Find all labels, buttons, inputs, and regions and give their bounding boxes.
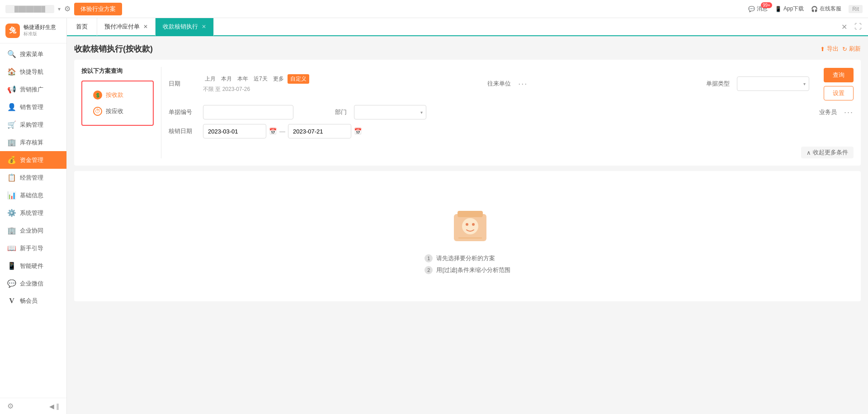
message-badge: 99+: [761, 2, 772, 8]
settings-icon[interactable]: ⚙: [64, 5, 71, 13]
tab-prepay-close[interactable]: ✕: [143, 24, 148, 30]
sidebar-item-member[interactable]: V 畅会员: [0, 292, 66, 309]
bill-type-label: 单据类型: [706, 80, 730, 88]
tab-receipt-label: 收款核销执行: [163, 23, 198, 31]
query-btn[interactable]: 查询: [824, 68, 854, 82]
sidebar-item-search-menu[interactable]: 🔍 搜索菜单: [0, 45, 66, 63]
online-service-btn[interactable]: 🎧 在线客服: [811, 5, 841, 13]
logo-text: 畅捷通好生意: [24, 24, 56, 31]
svg-rect-1: [458, 211, 483, 217]
shortcut-more[interactable]: 更多: [271, 74, 286, 84]
tab-receipt-close[interactable]: ✕: [202, 24, 206, 30]
device-icon: 📱: [7, 262, 16, 270]
sidebar-item-sales[interactable]: 👤 销售管理: [0, 98, 66, 116]
shortcut-last-month[interactable]: 上月: [203, 74, 217, 84]
online-service-label: 在线客服: [820, 5, 841, 13]
sidebar-item-label: 畅会员: [20, 297, 38, 305]
warehouse-icon: 🏢: [7, 138, 16, 147]
staff-label: 业务员: [819, 108, 837, 116]
shortcut-this-month[interactable]: 本月: [219, 74, 234, 84]
writeoff-start-input[interactable]: [203, 124, 266, 138]
hint-num-2: 2: [425, 266, 433, 274]
tab-expand-btn[interactable]: ⛶: [852, 22, 864, 32]
writeoff-date-label: 核销日期: [169, 127, 196, 135]
svg-point-3: [466, 223, 468, 226]
filter-left: 按以下方案查询 💲 按收款 ⏱ 按应收: [81, 67, 154, 158]
shortcut-this-year[interactable]: 本年: [236, 74, 250, 84]
bottom-settings-icon[interactable]: ⚙: [7, 402, 14, 410]
filter-option-by-receivable[interactable]: ⏱ 按应收: [88, 103, 147, 119]
date-separator: —: [279, 128, 285, 135]
collapse-more-btn[interactable]: ∧ 收起更多条件: [801, 147, 854, 158]
sidebar-item-label: 系统管理: [20, 209, 43, 217]
sidebar-item-inventory[interactable]: 🏢 库存核算: [0, 133, 66, 151]
gear-icon: ⚙️: [7, 209, 16, 217]
writeoff-end-input[interactable]: [288, 124, 351, 138]
writeoff-end-calendar-icon[interactable]: 📅: [354, 128, 362, 135]
partner-label: 往来单位: [487, 80, 511, 88]
brand-placeholder: ████████: [5, 5, 54, 13]
bill-no-input[interactable]: [203, 105, 293, 119]
sidebar-item-smart-hw[interactable]: 📱 智能硬件: [0, 257, 66, 275]
app-download-btn[interactable]: 📱 App下载: [775, 5, 804, 13]
tab-close-all-btn[interactable]: ✕: [839, 22, 850, 32]
dept-select-wrap: ▾: [354, 105, 426, 119]
user-avatar[interactable]: Rit: [849, 5, 863, 13]
tab-receipt[interactable]: 收款核销执行 ✕: [156, 18, 214, 36]
sidebar-nav: 🔍 搜索菜单 🏠 快捷导航 📢 营销推广 👤 销售管理 🛒 采购管理 🏢: [0, 43, 66, 398]
sidebar-item-business[interactable]: 📋 经营管理: [0, 169, 66, 186]
industry-btn[interactable]: 体验行业方案: [74, 3, 122, 15]
wechat-icon: 💬: [7, 279, 16, 288]
partner-dots[interactable]: ···: [518, 79, 528, 89]
tab-prepay[interactable]: 预付冲应付单 ✕: [97, 18, 156, 36]
message-icon: 💬: [748, 6, 755, 12]
filter-option-by-receipt[interactable]: 💲 按收款: [88, 87, 147, 103]
sidebar-item-system[interactable]: ⚙️ 系统管理: [0, 204, 66, 222]
staff-dots[interactable]: ···: [844, 108, 854, 117]
bill-type-select[interactable]: [737, 76, 809, 91]
sidebar-item-weixin[interactable]: 💬 企业微信: [0, 275, 66, 292]
sidebar-item-marketing[interactable]: 📢 营销推广: [0, 81, 66, 98]
tab-home[interactable]: 首页: [67, 18, 97, 36]
sidebar-item-quick-nav[interactable]: 🏠 快捷导航: [0, 63, 66, 81]
user-icon: 👤: [7, 103, 16, 111]
filter-left-title: 按以下方案查询: [81, 67, 154, 75]
sidebar-item-enterprise[interactable]: 🏢 企业协同: [0, 222, 66, 239]
sidebar-item-label: 基础信息: [20, 191, 43, 200]
message-btn[interactable]: 💬 消息 99+: [748, 5, 768, 13]
page-title: 收款核销执行(按收款): [74, 43, 153, 54]
page-content: 收款核销执行(按收款) ⬆ 导出 ↻ 刷新 按以下方案查询: [67, 36, 868, 414]
filter-collapse-row: ∧ 收起更多条件: [169, 147, 854, 158]
filter-section: 日期 上月 本月 本年 近7天 更多 自定义 不限 至 20: [169, 67, 854, 158]
filter-area: 按以下方案查询 💲 按收款 ⏱ 按应收: [74, 60, 861, 166]
sidebar-item-finance[interactable]: 💰 资金管理: [0, 151, 66, 169]
sidebar-item-purchase[interactable]: 🛒 采购管理: [0, 116, 66, 133]
collapse-chevron-icon: ∧: [807, 149, 811, 156]
sidebar-item-beginner[interactable]: 📖 新手引导: [0, 239, 66, 257]
filter-row-2: 单据编号 部门 ▾ 业务员 ···: [169, 105, 854, 119]
shortcut-7days[interactable]: 近7天: [252, 74, 269, 84]
tab-actions: ✕ ⛶: [835, 22, 868, 32]
writeoff-start-calendar-icon[interactable]: 📅: [269, 128, 277, 135]
sidebar-item-label: 采购管理: [20, 121, 43, 129]
chart-icon: 📋: [7, 173, 16, 182]
refresh-icon: ↻: [842, 46, 847, 52]
filter-row-3: 核销日期 📅 — 📅: [169, 124, 854, 138]
dropdown-arrow-icon[interactable]: ▾: [58, 6, 61, 12]
svg-point-4: [472, 223, 475, 226]
sidebar-item-label: 企业协同: [20, 227, 43, 235]
settings-btn[interactable]: 设置: [824, 86, 854, 100]
logo-icon: 兔: [5, 24, 20, 38]
filter-row-1: 日期 上月 本月 本年 近7天 更多 自定义 不限 至 20: [169, 67, 854, 100]
app-download-label: App下载: [783, 5, 804, 13]
sidebar-collapse-btn[interactable]: ◀ ‖: [49, 403, 59, 410]
export-btn[interactable]: ⬆ 导出: [820, 45, 839, 53]
sidebar-item-label: 经营管理: [20, 174, 43, 182]
refresh-btn[interactable]: ↻ 刷新: [842, 45, 861, 53]
page-header-actions: ⬆ 导出 ↻ 刷新: [820, 45, 861, 53]
sidebar-item-basic[interactable]: 📊 基础信息: [0, 186, 66, 204]
shortcut-custom[interactable]: 自定义: [288, 74, 309, 84]
home-icon: 🏠: [7, 67, 16, 76]
dept-select[interactable]: [354, 105, 426, 119]
content-area: 首页 预付冲应付单 ✕ 收款核销执行 ✕ ✕ ⛶ 收款核销执行(按收款): [67, 18, 868, 414]
